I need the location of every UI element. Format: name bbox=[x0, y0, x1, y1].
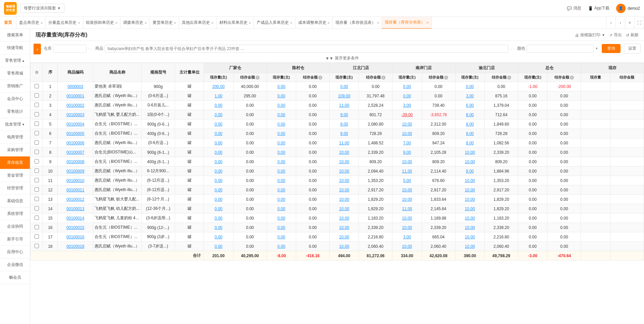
filter-collapse-btn[interactable]: › bbox=[34, 44, 41, 54]
chen-stock-cell[interactable]: 0.00 bbox=[267, 176, 296, 185]
nanbin-stock-cell[interactable]: 9.00 bbox=[392, 148, 422, 157]
row-checkbox[interactable] bbox=[35, 140, 39, 145]
yubei-stock-cell[interactable]: 0.00 bbox=[455, 82, 484, 91]
chen-stock-cell[interactable]: 0.00 bbox=[267, 82, 296, 91]
yubei-stock-cell[interactable]: 9.00 bbox=[455, 129, 484, 138]
code-cell[interactable]: 00100008 bbox=[58, 157, 93, 167]
factory-stock-cell[interactable]: 0.00 bbox=[204, 167, 233, 176]
print-btn[interactable]: 🖨 按模版打印 ▼ bbox=[575, 32, 605, 38]
tab-stock-status[interactable]: 现存量（库存状况表） × bbox=[333, 17, 382, 29]
nanbin-stock-cell[interactable]: 10.00 bbox=[392, 242, 422, 251]
query-button[interactable]: 查询 bbox=[602, 44, 621, 53]
yubei-stock-cell[interactable]: 10.00 bbox=[455, 214, 484, 223]
chen-stock-cell[interactable]: 0.00 bbox=[267, 101, 296, 110]
row-checkbox[interactable] bbox=[35, 234, 39, 239]
code-cell[interactable]: 0000003 bbox=[58, 82, 93, 91]
chen-stock-cell[interactable]: 0.00 bbox=[267, 110, 296, 120]
chen-stock-cell[interactable]: 0.00 bbox=[267, 242, 296, 251]
factory-stock-cell[interactable]: 0.00 bbox=[204, 176, 233, 185]
sidebar-item-app-center[interactable]: 应用中心 bbox=[0, 246, 30, 259]
yubei-stock-cell[interactable]: 10.00 bbox=[455, 148, 484, 157]
tab-requisition[interactable]: 要货单历史 × bbox=[150, 17, 179, 29]
tab-cost-adjust[interactable]: 成本调整单历史 × bbox=[296, 17, 333, 29]
row-checkbox[interactable] bbox=[35, 225, 39, 229]
tab-assembly[interactable]: 组装拆卸单历史 × bbox=[83, 17, 120, 29]
setting-button[interactable]: 设置 bbox=[624, 44, 641, 53]
row-checkbox[interactable] bbox=[35, 93, 39, 98]
col-settings-header[interactable]: ⚙ bbox=[31, 63, 43, 82]
sidebar-item-guide[interactable]: 新手引导 bbox=[0, 233, 30, 246]
jiangbei-stock-cell[interactable]: 11.00 bbox=[329, 138, 359, 148]
chen-stock-cell[interactable]: 0.00 bbox=[267, 129, 296, 138]
tab-inventory-history[interactable]: 盘点单历史 × bbox=[16, 17, 46, 29]
jiangbei-stock-cell[interactable]: 10.00 bbox=[329, 204, 359, 214]
yubei-stock-cell[interactable]: 3.00 bbox=[455, 91, 484, 101]
tab-close-btn[interactable]: × bbox=[625, 17, 635, 29]
warehouse-input[interactable] bbox=[53, 45, 87, 53]
jiangbei-stock-cell[interactable]: 10.00 bbox=[329, 176, 359, 185]
yubei-stock-cell[interactable]: 10.00 bbox=[455, 204, 484, 214]
code-cell[interactable]: 00100015 bbox=[58, 223, 93, 232]
tab-stock-dist[interactable]: 现存量（库存分布表） × bbox=[382, 17, 431, 29]
sidebar-item-member[interactable]: 会员中心 bbox=[0, 93, 30, 105]
expand-conditions-btn[interactable]: ▼▼ 展开更多条件 bbox=[44, 55, 641, 61]
jiangbei-stock-cell[interactable]: 10.00 bbox=[329, 214, 359, 223]
jiangbei-stock-cell[interactable]: 109.00 bbox=[329, 91, 359, 101]
chen-stock-cell[interactable]: 0.00 bbox=[267, 204, 296, 214]
row-checkbox[interactable] bbox=[35, 178, 39, 182]
nanbin-stock-cell[interactable]: 3.00 bbox=[392, 232, 422, 242]
jiangbei-stock-cell[interactable]: 10.00 bbox=[329, 232, 359, 242]
chen-stock-cell[interactable]: 0.00 bbox=[267, 138, 296, 148]
nanbin-stock-cell[interactable]: 11.00 bbox=[392, 167, 422, 176]
color-input[interactable] bbox=[527, 45, 594, 53]
factory-stock-cell[interactable]: 0.00 bbox=[204, 242, 233, 251]
row-checkbox[interactable] bbox=[35, 197, 39, 201]
app-download-btn[interactable]: 📱 App下载 bbox=[588, 5, 609, 11]
nanbin-stock-cell[interactable]: 10.00 bbox=[392, 129, 422, 138]
yubei-stock-cell[interactable]: 10.00 bbox=[455, 157, 484, 167]
tab-expand-btn[interactable]: ⛶ bbox=[635, 17, 644, 29]
yubei-stock-cell[interactable]: 9.00 bbox=[455, 167, 484, 176]
chen-stock-cell[interactable]: 0.00 bbox=[267, 148, 296, 157]
sidebar-item-marketing[interactable]: 营销推广 bbox=[0, 80, 30, 93]
jiangbei-stock-cell[interactable]: 0.00 bbox=[329, 82, 359, 91]
factory-stock-cell[interactable]: 0.00 bbox=[204, 204, 233, 214]
factory-stock-cell[interactable]: 0.00 bbox=[204, 232, 233, 242]
factory-stock-cell[interactable]: 0.00 bbox=[204, 157, 233, 167]
nanbin-stock-cell[interactable]: 3.00 bbox=[392, 101, 422, 110]
jiangbei-stock-cell[interactable]: 10.00 bbox=[329, 167, 359, 176]
tab-next-btn[interactable]: › bbox=[616, 17, 625, 29]
nanbin-stock-cell[interactable]: 10.00 bbox=[392, 157, 422, 167]
goods-more-icon[interactable]: ··· bbox=[510, 46, 514, 51]
chen-stock-cell[interactable]: 0.00 bbox=[267, 120, 296, 129]
factory-stock-cell[interactable]: 0.00 bbox=[204, 185, 233, 195]
jiangbei-stock-cell[interactable]: 10.00 bbox=[329, 223, 359, 232]
chen-stock-cell[interactable]: 0.00 bbox=[267, 223, 296, 232]
row-checkbox[interactable] bbox=[35, 206, 39, 211]
jiangbei-stock-cell[interactable]: 9.00 bbox=[329, 110, 359, 120]
user-avatar[interactable]: 👤 demo2 bbox=[616, 4, 640, 13]
sidebar-item-ecommerce[interactable]: 电商管理 bbox=[0, 131, 30, 144]
jiangbei-stock-cell[interactable]: 9.00 bbox=[329, 129, 359, 138]
row-checkbox[interactable] bbox=[35, 122, 39, 126]
row-checkbox[interactable] bbox=[35, 244, 39, 248]
message-btn[interactable]: 💬 消息 bbox=[567, 5, 581, 11]
nanbin-stock-cell[interactable]: 10.00 bbox=[392, 223, 422, 232]
jiangbei-stock-cell[interactable]: 10.00 bbox=[329, 242, 359, 251]
factory-stock-cell[interactable]: 1.00 bbox=[204, 91, 233, 101]
code-cell[interactable]: 00100006 bbox=[58, 138, 93, 148]
tab-home[interactable]: 首页 bbox=[0, 17, 16, 29]
sidebar-item-retail-mgmt[interactable]: 零售管理▲ bbox=[0, 54, 30, 67]
code-cell[interactable]: 00100010 bbox=[58, 176, 93, 185]
chen-stock-cell[interactable]: 0.00 bbox=[267, 232, 296, 242]
factory-stock-cell[interactable]: 0.00 bbox=[204, 148, 233, 157]
yubei-stock-cell[interactable]: 10.00 bbox=[455, 232, 484, 242]
row-checkbox[interactable] bbox=[35, 131, 39, 135]
code-cell[interactable]: 00100007 bbox=[58, 148, 93, 157]
yubei-stock-cell[interactable]: 10.00 bbox=[455, 242, 484, 251]
tab-product-in[interactable]: 产成品入库单历史 × bbox=[254, 17, 295, 29]
yubei-stock-cell[interactable]: 8.00 bbox=[455, 110, 484, 120]
code-cell[interactable]: 00100018 bbox=[58, 242, 93, 251]
jiangbei-stock-cell[interactable]: 10.00 bbox=[329, 157, 359, 167]
nanbin-stock-cell[interactable]: -39.00 bbox=[392, 110, 422, 120]
